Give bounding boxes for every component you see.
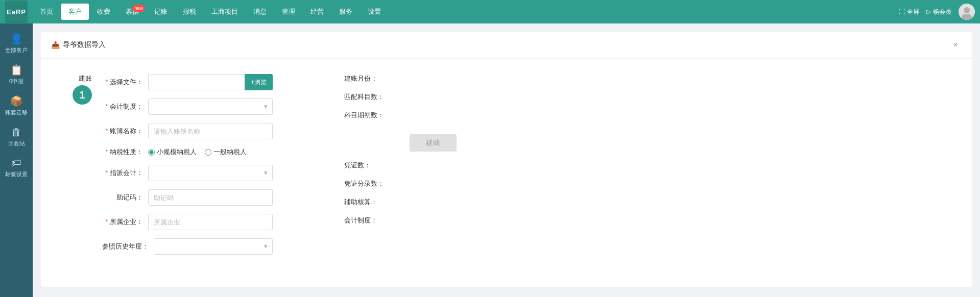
match-subjects-label: 匹配科目数： <box>344 92 390 102</box>
nav-item-bookkeeping[interactable]: 记账 <box>147 4 175 20</box>
nav-item-operation[interactable]: 经营 <box>303 4 331 20</box>
memo-code-input[interactable] <box>148 189 273 206</box>
declaration-icon: 📋 <box>10 64 23 76</box>
assign-accountant-select[interactable] <box>148 165 273 181</box>
tax-type-radio-group: 小规模纳税人 一般纳税人 <box>148 147 273 157</box>
aux-accounting-row: 辅助核算： <box>344 197 467 207</box>
step-section: 建账 1 <box>51 74 92 105</box>
sidebar-item-migrate[interactable]: 📦 账套迁移 <box>2 91 31 120</box>
tag-icon: 🏷 <box>11 157 21 169</box>
dialog-body: 建账 1 选择文件： + <box>41 59 972 270</box>
sidebar-item-tags[interactable]: 🏷 标签设置 <box>2 153 31 182</box>
new-badge: new <box>132 5 145 12</box>
accounting-system-label: 会计制度： <box>102 102 143 111</box>
history-year-select[interactable] <box>154 238 273 255</box>
history-year-row: 参照历史年度： ▼ <box>102 238 273 255</box>
assign-accountant-label: 指派会计： <box>102 168 143 178</box>
tax-type-label: 纳税性质： <box>102 147 143 157</box>
assign-accountant-select-wrapper: ▼ <box>148 165 273 181</box>
sidebar-item-all-clients[interactable]: 👤 全部客户 <box>2 29 31 58</box>
app-logo: EaRP <box>5 1 28 23</box>
ledger-name-input[interactable] <box>148 123 273 139</box>
browse-button[interactable]: +浏览 <box>245 74 273 90</box>
subject-init-label: 科目期初数： <box>344 111 390 120</box>
general-taxpayer-label[interactable]: 一般纳税人 <box>205 147 247 157</box>
content-area: 📤 导爷数据导入 × 建账 1 <box>33 23 980 297</box>
form-grid: 选择文件： +浏览 会计制度： <box>102 74 273 255</box>
sidebar-item-trash[interactable]: 🗑 回收站 <box>2 122 31 151</box>
small-taxpayer-radio[interactable] <box>148 149 155 156</box>
ledger-name-row: 账簿名称： <box>102 123 273 139</box>
subject-init-row: 科目期初数： <box>344 111 467 120</box>
logo-text: EaRP <box>7 8 26 16</box>
member-btn[interactable]: ▷ 畅会员 <box>926 8 951 16</box>
aux-accounting-label: 辅助核算： <box>344 197 390 207</box>
enterprise-label: 所属企业： <box>102 217 143 227</box>
import-icon: 📤 <box>51 41 60 49</box>
info-section: 建账月份： 匹配科目数： 科目期初数： 建 <box>344 74 467 225</box>
user-icon: 👤 <box>10 33 23 45</box>
small-taxpayer-label[interactable]: 小规模纳税人 <box>148 147 197 157</box>
info-accounting-system-label: 会计制度： <box>344 216 390 225</box>
nav-right-area: ⛶ 全屏 ▷ 畅会员 <box>899 4 975 20</box>
play-icon: ▷ <box>926 8 931 15</box>
voucher-entries-row: 凭证分录数： <box>344 179 467 188</box>
svg-point-2 <box>962 14 972 20</box>
nav-item-manage[interactable]: 管理 <box>275 4 302 20</box>
nav-item-settings[interactable]: 设置 <box>361 4 388 20</box>
user-avatar[interactable] <box>959 4 975 20</box>
assign-accountant-row: 指派会计： ▼ <box>102 165 273 181</box>
general-taxpayer-radio[interactable] <box>205 149 211 156</box>
form-section: 选择文件： +浏览 会计制度： <box>102 74 273 255</box>
enterprise-row: 所属企业： <box>102 214 273 230</box>
history-year-select-wrapper: ▼ <box>154 238 273 255</box>
top-navigation: EaRP 首页 客户 收费 票据 new 记账 报税 工商项目 消息 管理 经营… <box>0 0 980 23</box>
nav-item-client[interactable]: 客户 <box>61 4 89 20</box>
dialog-header: 📤 导爷数据导入 × <box>41 32 972 59</box>
nav-item-message[interactable]: 消息 <box>246 4 274 20</box>
memo-code-row: 助记码： <box>102 189 273 206</box>
nav-item-fee[interactable]: 收费 <box>90 4 117 20</box>
file-input[interactable] <box>148 74 245 90</box>
migrate-icon: 📦 <box>10 95 23 107</box>
build-month-label: 建账月份： <box>344 74 390 83</box>
file-row: 选择文件： +浏览 <box>102 74 273 90</box>
fullscreen-btn[interactable]: ⛶ 全屏 <box>899 8 919 16</box>
build-button[interactable]: 建账 <box>410 134 457 152</box>
nav-item-service[interactable]: 服务 <box>332 4 360 20</box>
nav-menu: 首页 客户 收费 票据 new 记账 报税 工商项目 消息 管理 经营 服务 设… <box>33 4 899 20</box>
match-subjects-row: 匹配科目数： <box>344 92 467 102</box>
dialog-card: 📤 导爷数据导入 × 建账 1 <box>41 32 972 287</box>
sidebar-item-declaration[interactable]: 📋 0申报 <box>2 60 31 89</box>
info-accounting-system-row: 会计制度： <box>344 216 467 225</box>
file-input-group: +浏览 <box>148 74 273 90</box>
dialog-title-area: 📤 导爷数据导入 <box>51 40 106 50</box>
accounting-system-select-wrapper: ▼ <box>148 98 273 115</box>
sidebar: 👤 全部客户 📋 0申报 📦 账套迁移 🗑 回收站 🏷 标签设置 <box>0 23 33 297</box>
tax-type-row: 纳税性质： 小规模纳税人 一般纳税人 <box>102 147 273 157</box>
main-layout: 👤 全部客户 📋 0申报 📦 账套迁移 🗑 回收站 🏷 标签设置 📤 导 <box>0 23 980 297</box>
enterprise-input[interactable] <box>148 214 273 230</box>
accounting-system-select[interactable] <box>148 98 273 115</box>
voucher-count-label: 凭证数： <box>344 161 390 170</box>
dialog-title: 导爷数据导入 <box>63 40 106 50</box>
nav-item-invoice[interactable]: 票据 new <box>118 4 146 20</box>
nav-item-home[interactable]: 首页 <box>33 4 60 20</box>
ledger-name-label: 账簿名称： <box>102 127 143 136</box>
voucher-entries-label: 凭证分录数： <box>344 179 390 188</box>
memo-code-label: 助记码： <box>102 193 143 202</box>
close-button[interactable]: × <box>949 39 962 51</box>
build-month-row: 建账月份： <box>344 74 467 83</box>
history-year-label: 参照历史年度： <box>102 242 149 251</box>
accounting-system-row: 会计制度： ▼ <box>102 98 273 115</box>
nav-item-business[interactable]: 工商项目 <box>204 4 245 20</box>
fullscreen-icon: ⛶ <box>899 8 905 15</box>
step-circle: 1 <box>73 85 92 105</box>
voucher-count-row: 凭证数： <box>344 161 467 170</box>
file-label: 选择文件： <box>102 78 143 87</box>
info-panel: 建账月份： 匹配科目数： 科目期初数： 建 <box>344 74 467 255</box>
svg-point-1 <box>964 7 970 13</box>
nav-item-tax[interactable]: 报税 <box>176 4 203 20</box>
trash-icon: 🗑 <box>11 127 21 138</box>
